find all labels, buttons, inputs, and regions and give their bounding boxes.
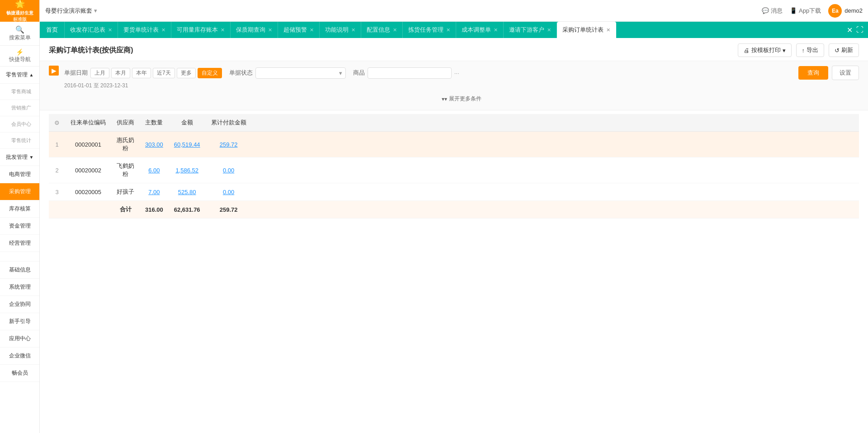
tab-close-icon[interactable]: ✕	[446, 27, 450, 33]
shortcut-this-year[interactable]: 本年	[132, 68, 151, 78]
tab-close-icon[interactable]: ✕	[351, 27, 355, 33]
table-wrap: ⚙ 往来单位编码 供应商 主数量 金额 累计付款金额 1 00020001 惠氏	[40, 114, 868, 219]
sidebar-item-search[interactable]: 🔍 搜索菜单	[0, 22, 39, 46]
page-title: 采购订单统计表(按供应商)	[49, 46, 133, 55]
filter-toggle-button[interactable]: ▶	[49, 66, 59, 76]
export-icon: ↑	[802, 47, 805, 54]
sidebar-item-retailmall[interactable]: 零售商城	[0, 84, 39, 100]
tab-chaochu[interactable]: 超储预警 ✕	[278, 22, 320, 38]
print-button[interactable]: 🖨 按模板打印 ▾	[738, 43, 792, 57]
row-paid[interactable]: 259.72	[206, 132, 252, 157]
footer-qty: 316.00	[140, 201, 169, 219]
setting-button[interactable]: 设置	[832, 66, 859, 80]
sidebar-wholesale-label: 批发管理	[6, 153, 28, 161]
sidebar-item-purchase[interactable]: 采购管理	[0, 183, 39, 200]
row-amount[interactable]: 60,519.44	[169, 132, 206, 157]
row-paid[interactable]: 0.00	[206, 157, 252, 183]
row-supplier: 飞鹤奶粉	[111, 157, 140, 183]
tab-close-icon[interactable]: ✕	[494, 27, 498, 33]
sidebar-item-finance[interactable]: 资金管理	[0, 218, 39, 235]
sidebar-item-wholesale[interactable]: 批发管理 ▼	[0, 149, 39, 166]
tab-close-icon[interactable]: ✕	[108, 27, 112, 33]
tabbar-end: ✕ ⛶	[842, 26, 868, 34]
goods-more-icon[interactable]: ···	[454, 70, 459, 76]
sidebar-item-ecommerce[interactable]: 电商管理	[0, 166, 39, 183]
row-qty[interactable]: 6.00	[140, 157, 169, 183]
tab-yaohuodan[interactable]: 要货单统计表 ✕	[118, 22, 171, 38]
tab-chaochu-label: 超储预警	[283, 26, 307, 34]
sidebar-item-appstore[interactable]: 应用中心	[0, 330, 39, 347]
tab-close-icon[interactable]: ✕	[393, 27, 397, 33]
tab-close-icon[interactable]: ✕	[268, 27, 272, 33]
message-button[interactable]: 💬 消息	[762, 7, 783, 15]
refresh-button[interactable]: ↺ 刷新	[829, 43, 859, 57]
topbar-right: 💬 消息 📱 App下载 Ea demo2	[762, 4, 863, 18]
sidebar-item-collab[interactable]: 企业协同	[0, 296, 39, 313]
tab-zhaihuorenwu[interactable]: 拣货任务管理 ✕	[403, 22, 456, 38]
tab-chengben[interactable]: 成本调整单 ✕	[456, 22, 504, 38]
page-content: 采购订单统计表(按供应商) 🖨 按模板打印 ▾ ↑ 导出 ↺ 刷新	[40, 38, 868, 433]
app-label: App下载	[799, 7, 821, 15]
app-download-button[interactable]: 📱 App下载	[790, 7, 821, 15]
message-icon: 💬	[762, 7, 769, 14]
footer-amount: 62,631.76	[169, 201, 206, 219]
data-table: ⚙ 往来单位编码 供应商 主数量 金额 累计付款金额 1 00020001 惠氏	[49, 114, 859, 219]
org-name: 母婴行业演示账套	[45, 7, 92, 15]
tab-baoyouqi[interactable]: 保质期查询 ✕	[231, 22, 278, 38]
shortcut-this-month[interactable]: 本月	[111, 68, 130, 78]
date-range-display: 2016-01-01 至 2023-12-31	[64, 82, 859, 90]
tabbar-expand-icon[interactable]: ⛶	[856, 26, 863, 34]
tab-shoufacun[interactable]: 收发存汇总表 ✕	[65, 22, 118, 38]
export-label: 导出	[807, 46, 818, 54]
tab-close-icon[interactable]: ✕	[161, 27, 165, 33]
sidebar-item-system[interactable]: 系统管理	[0, 279, 39, 296]
tab-home[interactable]: 首页	[40, 22, 65, 38]
shortcut-more[interactable]: 更多	[177, 68, 196, 78]
org-selector[interactable]: 母婴行业演示账套 ▾	[45, 7, 758, 15]
sidebar-item-vip[interactable]: 畅会员	[0, 365, 39, 382]
table-settings-icon[interactable]: ⚙	[54, 119, 60, 126]
tab-close-icon[interactable]: ✕	[221, 27, 225, 33]
tab-yaoqing[interactable]: 邀请下游客户 ✕	[504, 22, 557, 38]
sidebar-item-member[interactable]: 会员中心	[0, 116, 39, 133]
tab-gongneng[interactable]: 功能说明 ✕	[320, 22, 361, 38]
tab-keyongliang[interactable]: 可用量库存账本 ✕	[171, 22, 231, 38]
sidebar-item-quicknav[interactable]: ⚡ 快捷导航	[0, 46, 39, 67]
sidebar-item-basic[interactable]: 基础信息	[0, 262, 39, 279]
tab-close-icon[interactable]: ✕	[310, 27, 314, 33]
status-filter: 单据状态	[229, 67, 346, 79]
row-paid[interactable]: 0.00	[206, 183, 252, 201]
shortcut-7days[interactable]: 近7天	[153, 68, 175, 78]
export-button[interactable]: ↑ 导出	[796, 43, 825, 57]
sidebar-item-newguide[interactable]: 新手引导	[0, 313, 39, 330]
status-select[interactable]	[255, 67, 346, 79]
row-amount[interactable]: 1,586.52	[169, 157, 206, 183]
sidebar-item-wechat[interactable]: 企业微信	[0, 347, 39, 365]
sidebar-item-retailstat[interactable]: 零售统计	[0, 133, 39, 149]
tab-close-active-icon[interactable]: ✕	[606, 27, 610, 33]
avatar: Ea	[828, 4, 842, 18]
goods-input[interactable]	[368, 67, 452, 79]
sidebar-retailstat-label: 零售统计	[11, 137, 31, 144]
user-menu[interactable]: Ea demo2	[828, 4, 863, 18]
tabbar-close-icon[interactable]: ✕	[847, 26, 853, 34]
sidebar-item-inventory[interactable]: 库存核算	[0, 200, 39, 218]
query-button[interactable]: 查询	[798, 66, 828, 80]
row-num: 3	[49, 183, 65, 201]
row-qty[interactable]: 7.00	[140, 183, 169, 201]
table-row: 2 00020002 飞鹤奶粉 6.00 1,586.52 0.00	[49, 157, 859, 183]
shortcut-custom[interactable]: 自定义	[198, 68, 222, 78]
sidebar-appstore-label: 应用中心	[9, 335, 31, 343]
sidebar-item-marketing[interactable]: 营销推广	[0, 100, 39, 116]
sidebar-newguide-label: 新手引导	[9, 318, 31, 325]
th-paid: 累计付款金额	[206, 114, 252, 132]
tab-caigou[interactable]: 采购订单统计表 ✕	[557, 22, 616, 38]
row-qty[interactable]: 303.00	[140, 132, 169, 157]
shortcut-last-month[interactable]: 上月	[90, 68, 109, 78]
expand-more-button[interactable]: ▾▾ 展开更多条件	[64, 92, 859, 105]
sidebar-item-retail[interactable]: 零售管理 ▲	[0, 67, 39, 84]
sidebar-item-operation[interactable]: 经营管理	[0, 235, 39, 252]
tab-close-icon[interactable]: ✕	[547, 27, 551, 33]
row-amount[interactable]: 525.80	[169, 183, 206, 201]
tab-peizhi[interactable]: 配置信息 ✕	[361, 22, 403, 38]
